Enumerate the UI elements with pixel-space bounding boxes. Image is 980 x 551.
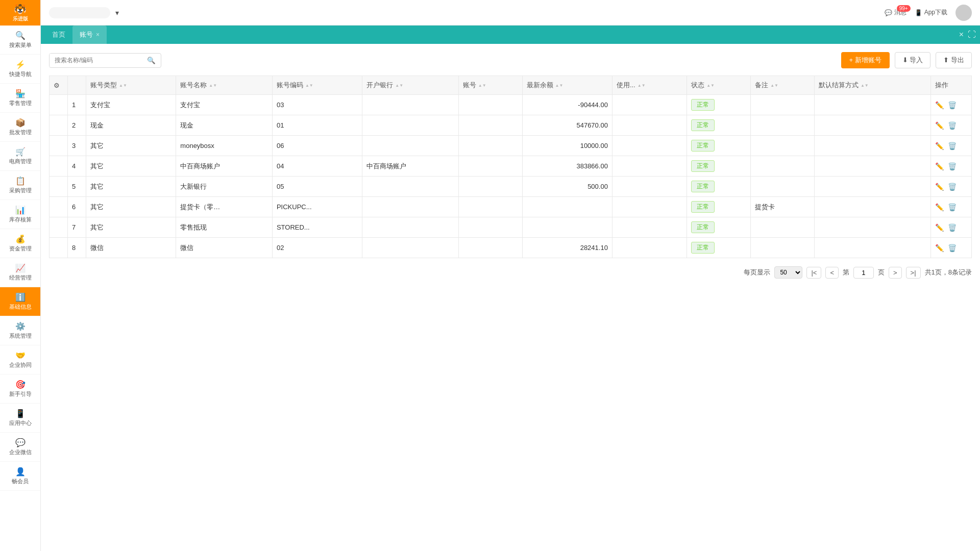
delete-icon[interactable]: 🗑️ [948,183,957,191]
sidebar-icon: 🔍 [15,31,26,40]
toolbar-right: + 新增账号 ⬇ 导入 ⬆ 导出 [841,52,972,68]
edit-icon[interactable]: ✏️ [935,142,944,150]
th-action: 操作 [931,76,972,95]
cell-index: 2 [68,115,86,136]
sidebar-item-label: 系统管理 [9,332,32,340]
sidebar-item-应用中心[interactable]: 📱应用中心 [0,404,40,433]
page-first-btn[interactable]: |< [806,267,821,279]
th-index [68,76,86,95]
sidebar-icon: ⚡ [15,60,26,69]
th-code[interactable]: 账号编码▲▼ [272,76,362,95]
cell-settings [50,217,68,238]
sidebar-item-企业协同[interactable]: 🤝企业协同 [0,345,40,374]
delete-icon[interactable]: 🗑️ [948,244,957,252]
search-input[interactable] [50,54,142,67]
page-size-label: 每页显示 [744,268,770,277]
edit-icon[interactable]: ✏️ [935,183,944,191]
accounts-table: ⚙ 账号类型▲▼ 账号名称▲▼ 账号编码▲▼ 开户银行▲▼ 账号▲▼ 最新余额▲… [49,76,972,258]
logo-text: 乐进版 [13,15,28,22]
sidebar-item-库存核算[interactable]: 📊库存核算 [0,200,40,229]
cell-usage [612,95,687,115]
cell-settings [50,156,68,177]
th-bank[interactable]: 开户银行▲▼ [362,76,459,95]
th-note[interactable]: 备注▲▼ [751,76,815,95]
th-name[interactable]: 账号名称▲▼ [176,76,273,95]
sidebar-item-零售管理[interactable]: 🏪零售管理 [0,84,40,113]
edit-icon[interactable]: ✏️ [935,101,944,109]
sidebar-icon: 💬 [15,438,26,447]
sidebar-item-企业微信[interactable]: 💬企业微信 [0,433,40,462]
export-button[interactable]: ⬆ 导出 [936,52,972,68]
sidebar-item-采购管理[interactable]: 📋采购管理 [0,171,40,200]
action-icons: ✏️ 🗑️ [935,142,967,150]
page-size-select[interactable]: 50 20 100 [774,266,802,279]
sidebar-item-label: 畅会员 [12,478,29,485]
cell-type: 其它 [86,177,176,197]
delete-icon[interactable]: 🗑️ [948,162,957,170]
cell-bank [362,115,459,136]
sidebar-item-新手引导[interactable]: 🎯新手引导 [0,374,40,404]
th-balance[interactable]: 最新余额▲▼ [522,76,612,95]
cell-action: ✏️ 🗑️ [931,136,972,156]
cell-index: 3 [68,136,86,156]
th-account[interactable]: 账号▲▼ [458,76,522,95]
sidebar-item-电商管理[interactable]: 🛒电商管理 [0,142,40,171]
topbar-search-input[interactable] [49,7,110,18]
sidebar-item-批发管理[interactable]: 📦批发管理 [0,113,40,142]
sidebar-item-畅会员[interactable]: 👤畅会员 [0,462,40,491]
th-status[interactable]: 状态▲▼ [687,76,751,95]
table-row: 1 支付宝 支付宝 03 -90444.00 正常 ✏️ 🗑️ [50,95,972,115]
cell-code: 05 [272,177,362,197]
delete-icon[interactable]: 🗑️ [948,142,957,150]
cell-balance [522,217,612,238]
page-prev-btn[interactable]: < [825,267,839,279]
tab-account[interactable]: 账号 × [72,26,107,44]
cell-status: 正常 [687,238,751,258]
th-settings[interactable]: ⚙ [50,76,68,95]
tab-account-close[interactable]: × [96,31,100,38]
tabbar-close-btn[interactable]: × [959,30,964,39]
delete-icon[interactable]: 🗑️ [948,223,957,232]
edit-icon[interactable]: ✏️ [935,121,944,130]
sidebar-item-资金管理[interactable]: 💰资金管理 [0,229,40,258]
edit-icon[interactable]: ✏️ [935,223,944,232]
action-icons: ✏️ 🗑️ [935,244,967,252]
page-number-input[interactable] [853,267,874,279]
th-type[interactable]: 账号类型▲▼ [86,76,176,95]
status-badge: 正常 [691,140,715,152]
cell-bank [362,136,459,156]
cell-account [458,197,522,217]
sidebar-item-快捷导航[interactable]: ⚡快捷导航 [0,55,40,84]
sidebar-item-基础信息[interactable]: ℹ️基础信息 [0,287,40,316]
sidebar-item-label: 快捷导航 [9,70,32,78]
topbar-dropdown-icon[interactable]: ▾ [115,9,119,17]
search-button[interactable]: 🔍 [142,54,161,67]
th-settlement[interactable]: 默认结算方式▲▼ [814,76,930,95]
tab-home[interactable]: 首页 [45,26,72,44]
sidebar-item-系统管理[interactable]: ⚙️系统管理 [0,316,40,345]
page-next-btn[interactable]: > [889,267,902,279]
tabbar-expand-btn[interactable]: ⛶ [968,30,976,39]
sidebar-item-label: 企业协同 [9,361,32,369]
topbar-message[interactable]: 💬 消息 99+ [885,8,906,17]
delete-icon[interactable]: 🗑️ [948,203,957,211]
sidebar-item-label: 应用中心 [9,419,32,427]
user-avatar[interactable] [955,5,972,21]
sidebar-item-经营管理[interactable]: 📈经营管理 [0,258,40,287]
import-button[interactable]: ⬇ 导入 [895,52,931,68]
cell-settlement [814,95,930,115]
delete-icon[interactable]: 🗑️ [948,121,957,130]
pagination-bar: 每页显示 50 20 100 |< < 第 页 > >| 共1页，8条记录 [49,266,972,279]
sidebar-item-搜索菜单[interactable]: 🔍搜索菜单 [0,26,40,55]
edit-icon[interactable]: ✏️ [935,162,944,170]
th-usage[interactable]: 使用...▲▼ [612,76,687,95]
page-last-btn[interactable]: >| [906,267,921,279]
edit-icon[interactable]: ✏️ [935,203,944,211]
sidebar-icon: 👤 [15,467,26,477]
cell-index: 8 [68,238,86,258]
delete-icon[interactable]: 🗑️ [948,101,957,109]
edit-icon[interactable]: ✏️ [935,244,944,252]
add-account-button[interactable]: + 新增账号 [841,52,890,68]
topbar-app-download[interactable]: 📱 App下载 [915,8,947,17]
cell-settings [50,115,68,136]
